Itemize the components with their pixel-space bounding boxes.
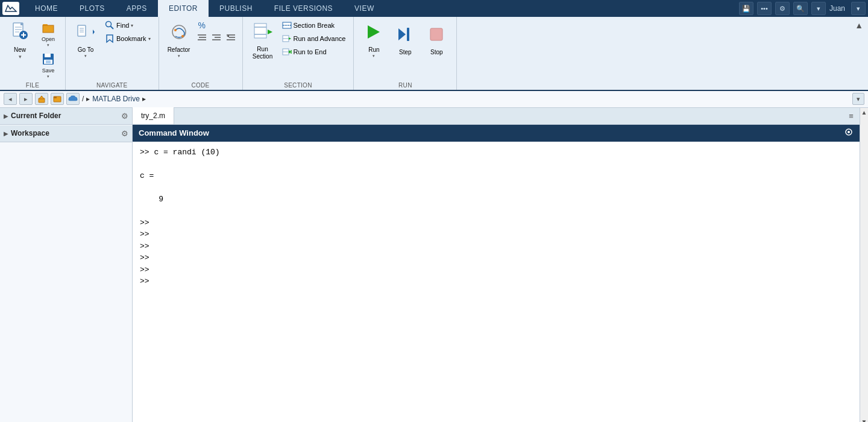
command-window: Command Window >> c = randi (10) c = 9 >… [133, 125, 860, 422]
svg-marker-46 [289, 37, 291, 40]
menu-tabs: HOME PLOTS APPS EDITOR PUBLISH FILE VERS… [24, 0, 739, 17]
new-arrow: ▾ [19, 54, 22, 60]
workspace-arrow: ▶ [4, 130, 8, 137]
stop-icon [427, 25, 445, 48]
command-window-title: Command Window [139, 128, 209, 137]
section-break-label: Section Break [294, 22, 335, 29]
svg-rect-17 [78, 25, 86, 36]
menu-tab-plots[interactable]: PLOTS [69, 0, 116, 17]
settings-btn[interactable]: ⚙ [775, 2, 790, 15]
back-button[interactable]: ◂ [4, 93, 17, 105]
ribbon-group-code: Refactor ▾ % [159, 17, 243, 90]
step-button[interactable]: Step [390, 19, 420, 61]
run-end-button[interactable]: Run to End [279, 46, 349, 58]
breadcrumb-dropdown[interactable]: ▾ [852, 93, 864, 105]
command-prompt-2: >> [140, 217, 852, 229]
left-panel: ▶ Current Folder ⚙ ▶ Workspace ⚙ [0, 108, 133, 422]
workspace-gear[interactable]: ⚙ [121, 129, 128, 138]
current-folder-header[interactable]: ▶ Current Folder ⚙ [0, 108, 132, 125]
run-section-icon [253, 21, 272, 45]
save-dropdown-arrow: ▾ [47, 74, 49, 79]
scroll-up-btn[interactable]: ▲ [860, 108, 868, 117]
command-line-blank3 [140, 205, 852, 217]
save-button[interactable]: Save ▾ [36, 51, 60, 81]
forward-button[interactable]: ▸ [19, 93, 33, 105]
menu-tab-view[interactable]: VIEW [344, 0, 385, 17]
menu-tab-home[interactable]: HOME [24, 0, 69, 17]
section-group-label: SECTION [284, 82, 312, 89]
ribbon-group-section: RunSection Section Break Run a [243, 17, 354, 90]
svg-point-22 [106, 22, 112, 27]
workspace-title: Workspace [11, 129, 121, 137]
percent-btn[interactable]: % [195, 19, 237, 31]
workspace-header[interactable]: ▶ Workspace ⚙ [0, 125, 132, 142]
section-break-button[interactable]: Section Break [279, 19, 349, 31]
new-icon [10, 22, 30, 45]
editor-tab-label: try_2.m [141, 112, 165, 120]
new-button[interactable]: New ▾ [5, 19, 35, 61]
current-folder-gear[interactable]: ⚙ [121, 112, 128, 121]
content-area: try_2.m ≡ Command Window >> c = randi (1… [133, 108, 860, 422]
refactor-button[interactable]: Refactor ▾ [164, 19, 194, 61]
scroll-down-btn[interactable]: ▼ [860, 417, 868, 422]
indent-btn-1[interactable] [195, 33, 209, 42]
matlab-logo [2, 2, 19, 15]
save-icon-btn[interactable]: 💾 [739, 2, 753, 15]
cloud-icon [68, 95, 78, 103]
tab-action-btn[interactable]: ≡ [845, 110, 857, 122]
command-body[interactable]: >> c = randi (10) c = 9 >> >> >> >> >> >… [133, 142, 860, 422]
indent2-icon [212, 33, 221, 42]
save-label: Save [42, 68, 55, 74]
stop-button[interactable]: Stop [421, 19, 451, 61]
tab-actions: ≡ [845, 110, 860, 122]
goto-arrow: ▾ [84, 54, 87, 58]
find-arrow: ▾ [131, 23, 133, 28]
indent-btn-3[interactable] [224, 33, 237, 42]
bookmark-arrow: ▾ [148, 36, 151, 42]
run-button[interactable]: Run ▾ [359, 19, 389, 61]
run-advance-button[interactable]: Run and Advance [279, 33, 349, 45]
browse-button[interactable] [51, 93, 64, 105]
navigate-group-label: NAVIGATE [96, 82, 127, 89]
dropdown-btn[interactable]: ▾ [811, 2, 826, 15]
run-end-label: Run to End [294, 48, 327, 55]
menu-tab-apps[interactable]: APPS [116, 0, 158, 17]
ribbon-collapse-btn[interactable]: ▲ [852, 19, 866, 31]
command-window-header: Command Window [133, 125, 860, 142]
open-button[interactable]: Open ▾ [36, 19, 60, 49]
up-button[interactable] [35, 93, 48, 105]
bookmark-icon [105, 34, 115, 43]
goto-label: Go To [78, 46, 94, 54]
browse-icon [53, 95, 61, 103]
more-btn[interactable]: ••• [757, 2, 772, 15]
menu-tab-fileversions[interactable]: FILE VERSIONS [263, 0, 344, 17]
svg-point-60 [848, 131, 850, 133]
svg-rect-14 [45, 54, 51, 57]
indent-btn-2[interactable] [210, 33, 223, 42]
find-button[interactable]: Find ▾ [102, 19, 154, 31]
svg-rect-54 [430, 28, 442, 40]
user-dropdown-btn[interactable]: ▾ [851, 2, 866, 15]
run-label: Run [368, 46, 379, 54]
breadcrumb-sep2: ▸ [86, 95, 90, 103]
search-btn[interactable]: 🔍 [793, 2, 808, 15]
bookmark-button[interactable]: Bookmark ▾ [102, 33, 154, 45]
command-window-settings[interactable] [844, 127, 854, 139]
right-scrollbar[interactable]: ▲ ▼ [860, 108, 868, 422]
menu-right: 💾 ••• ⚙ 🔍 ▾ Juan ▾ [739, 2, 866, 15]
ribbon-code-items: Refactor ▾ % [164, 19, 237, 81]
menu-tab-editor[interactable]: EDITOR [158, 0, 209, 17]
cloud-button[interactable] [66, 93, 80, 105]
command-line-blank2 [140, 181, 852, 194]
breadcrumb-matlab-drive[interactable]: MATLAB Drive [92, 95, 139, 103]
svg-marker-24 [107, 35, 113, 42]
run-section-button[interactable]: RunSection [248, 19, 278, 61]
menu-tab-publish[interactable]: PUBLISH [209, 0, 263, 17]
svg-marker-53 [398, 28, 406, 40]
open-dropdown-arrow: ▾ [47, 43, 49, 48]
editor-tab[interactable]: try_2.m [133, 107, 174, 124]
up-icon [37, 95, 46, 103]
goto-button[interactable]: Go To ▾ [71, 19, 101, 61]
svg-marker-41 [268, 30, 272, 34]
indent1-icon [197, 33, 207, 42]
